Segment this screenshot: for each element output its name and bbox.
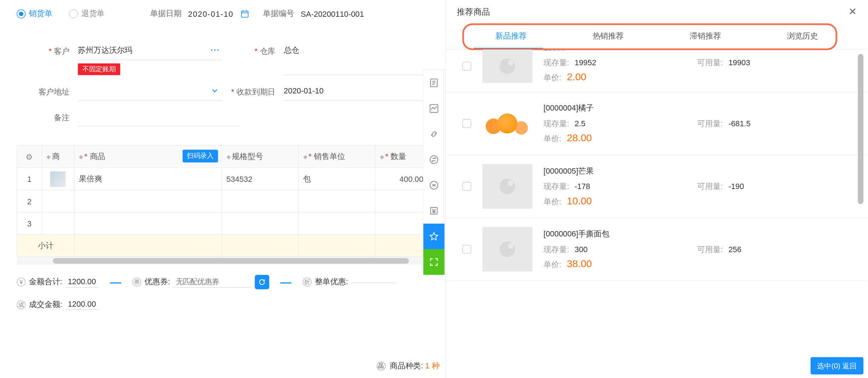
toolbar-chart-icon[interactable] xyxy=(423,96,444,121)
scrollbar-thumb[interactable] xyxy=(53,258,409,264)
spec-column-header[interactable]: ◆规格型号 xyxy=(221,145,298,168)
tab-indicator xyxy=(474,48,543,49)
table-row[interactable]: 3 xyxy=(17,212,428,234)
warehouse-field[interactable]: 总仓 xyxy=(284,45,429,75)
scan-input-button[interactable]: 扫码录入 xyxy=(183,150,218,163)
yen-icon: ¥ xyxy=(17,277,26,286)
customer-field[interactable]: 苏州万达沃尔玛 ··· xyxy=(78,45,223,60)
cust-addr-label: 客户地址 xyxy=(17,85,78,101)
doc-date-value[interactable]: 2020-01-10 xyxy=(188,10,233,19)
amount-label: 金额合计: xyxy=(29,277,62,287)
product-thumbnail xyxy=(50,171,66,187)
chevron-down-icon[interactable] xyxy=(211,87,218,94)
product-image xyxy=(482,101,532,146)
gear-icon: ⚙ xyxy=(26,152,33,161)
product-name-partial: 250ml xyxy=(543,50,851,52)
category-value: 1 种 xyxy=(425,361,439,370)
checkbox[interactable] xyxy=(462,245,471,254)
return-order-radio[interactable]: 退货单 xyxy=(69,9,104,19)
toolbar-currency-icon[interactable] xyxy=(423,198,444,224)
row-unit[interactable]: 包 xyxy=(298,168,375,190)
select-return-button[interactable]: 选中(0) 返回 xyxy=(810,357,863,374)
tab-slow-moving[interactable]: 滞销推荐 xyxy=(657,24,754,49)
page-footer: 品 商品种类: 1 种 选中(0) 返回 xyxy=(0,354,868,378)
category-label: 商品种类: xyxy=(390,361,423,370)
subtotal-row: 小计 xyxy=(17,235,428,257)
warehouse-value: 总仓 xyxy=(284,46,300,55)
toolbar-swap-icon[interactable] xyxy=(423,147,444,173)
calendar-icon[interactable] xyxy=(240,10,249,19)
customer-value: 苏州万达沃尔玛 xyxy=(78,46,132,55)
scrollbar-thumb[interactable] xyxy=(858,54,864,204)
coupon-label: 优惠券: xyxy=(144,277,170,287)
line-items-table: ⚙ ◆商 ◆*商品扫码录入 ◆规格型号 ◆*销售单位 ◆*数量 1 果倍爽 53… xyxy=(17,145,428,265)
radio-icon xyxy=(17,10,26,19)
settings-column-header[interactable]: ⚙ xyxy=(17,145,42,168)
toolbar-link-icon[interactable] xyxy=(423,121,444,147)
table-row[interactable]: 1 果倍爽 534532 包 400.00 xyxy=(17,168,428,190)
deal-amount: 成 成交金额: 1200.00 xyxy=(17,299,428,310)
vertical-scrollbar[interactable] xyxy=(858,54,864,260)
product-column-header[interactable]: ◆*商品扫码录入 xyxy=(74,145,221,168)
doc-date-section: 单据日期 2020-01-10 xyxy=(150,9,249,19)
product-name: [0000005]芒果 xyxy=(543,166,851,176)
remark-label: 备注 xyxy=(17,111,78,123)
row-index: 2 xyxy=(17,190,42,212)
remark-field[interactable] xyxy=(78,111,239,126)
image-column-header[interactable]: ◆商 xyxy=(42,145,74,168)
recommend-item[interactable]: [0000006]手撕面包 现存量:300 可用量:256 单价:38.00 xyxy=(446,218,868,281)
close-icon[interactable]: ✕ xyxy=(848,6,857,18)
side-toolbar xyxy=(423,70,444,275)
stock-value: 19952 xyxy=(575,57,596,66)
coupon-input[interactable] xyxy=(173,276,251,287)
toolbar-expand-icon[interactable] xyxy=(423,249,444,275)
customer-label: *客户 xyxy=(17,45,78,75)
row-thumb-cell xyxy=(42,168,74,190)
price-value: 28.00 xyxy=(567,132,592,144)
row-qty[interactable]: 400.00 xyxy=(375,168,428,190)
recommend-item[interactable]: 250ml 现存量:19952 可用量:19903 单价:2.00 xyxy=(446,50,868,92)
due-date-field[interactable]: 2020-01-10 xyxy=(284,85,429,101)
discount-icon: 折 xyxy=(302,277,311,286)
checkbox[interactable] xyxy=(462,62,471,71)
checkbox[interactable] xyxy=(462,182,471,191)
checkbox[interactable] xyxy=(462,119,471,128)
recommend-tabs: 新品推荐 热销推荐 滞销推荐 浏览历史 xyxy=(446,24,868,50)
avail-value: -190 xyxy=(729,182,744,190)
toolbar-notes-icon[interactable] xyxy=(423,70,444,96)
row-product[interactable]: 果倍爽 xyxy=(74,168,221,190)
horizontal-scrollbar[interactable] xyxy=(17,257,428,265)
tab-new-products[interactable]: 新品推荐 xyxy=(462,24,560,49)
table-row[interactable]: 2 xyxy=(17,190,428,212)
tab-browse-history[interactable]: 浏览历史 xyxy=(754,24,851,49)
sales-order-radio[interactable]: 销货单 xyxy=(17,9,52,19)
deal-icon: 成 xyxy=(17,300,26,309)
row-spec[interactable]: 534532 xyxy=(221,168,298,190)
warehouse-label: *仓库 xyxy=(223,45,284,75)
recommend-item[interactable]: [0000004]橘子 现存量:2.5 可用量:-681.5 单价:28.00 xyxy=(446,92,868,155)
avail-value: 19903 xyxy=(729,57,750,66)
whole-discount-value[interactable] xyxy=(351,281,396,283)
product-name: [0000004]橘子 xyxy=(543,103,851,113)
cust-addr-field[interactable] xyxy=(78,85,223,101)
svg-point-13 xyxy=(508,60,514,66)
doc-number-section: 单据编号 SA-20200110-001 xyxy=(263,9,364,19)
avail-value: 256 xyxy=(729,245,741,254)
svg-point-17 xyxy=(508,243,514,249)
refresh-coupon-button[interactable] xyxy=(255,275,269,290)
avail-value: -681.5 xyxy=(729,119,751,128)
toolbar-trash-icon[interactable] xyxy=(423,173,444,198)
coupon-icon: 券 xyxy=(132,277,141,286)
tab-hot-sale[interactable]: 热销推荐 xyxy=(560,24,657,49)
doc-no-value: SA-20200110-001 xyxy=(301,10,364,19)
toolbar-star-icon[interactable] xyxy=(423,224,444,249)
coupon-section: 券 优惠券: xyxy=(132,275,269,290)
recommend-title: 推荐商品 xyxy=(457,6,490,17)
unit-column-header[interactable]: ◆*销售单位 xyxy=(298,145,375,168)
qty-column-header[interactable]: ◆*数量 xyxy=(375,145,428,168)
due-date-value: 2020-01-10 xyxy=(284,86,324,95)
radio-icon xyxy=(69,10,78,19)
recommend-item[interactable]: [0000005]芒果 现存量:-178 可用量:-190 单价:10.00 xyxy=(446,155,868,218)
stock-value: -178 xyxy=(575,182,590,190)
customer-lookup-icon[interactable]: ··· xyxy=(210,46,220,55)
